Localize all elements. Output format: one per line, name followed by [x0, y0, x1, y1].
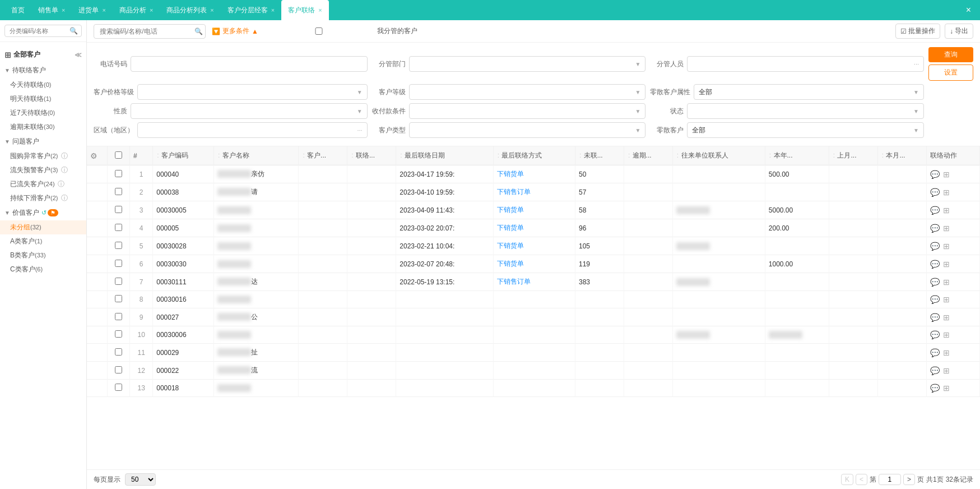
chat-icon[interactable]: 💬 — [930, 224, 940, 233]
row-checkbox[interactable] — [115, 242, 122, 249]
row-checkbox[interactable] — [115, 188, 122, 195]
settings-col-header[interactable]: ⚙ — [87, 146, 107, 165]
grid-action-icon[interactable]: ⊞ — [943, 188, 950, 197]
sidebar-item-churned[interactable]: 已流失客户(24) ⓘ — [0, 177, 86, 191]
select-all-checkbox[interactable] — [115, 151, 122, 159]
grid-action-icon[interactable]: ⊞ — [943, 260, 950, 269]
filter-retail-attr-select[interactable]: 全部 ▼ — [694, 84, 924, 100]
sidebar-item-a-class[interactable]: A类客户(1) — [0, 234, 86, 248]
chat-icon[interactable]: 💬 — [930, 366, 940, 375]
last-method-link[interactable]: 下销货单 — [497, 242, 524, 250]
nav-goods-analysis-list[interactable]: 商品分析列表 × — [160, 0, 220, 20]
grid-action-icon[interactable]: ⊞ — [943, 206, 950, 215]
last-method-link[interactable]: 下销货单 — [497, 206, 524, 214]
sidebar-item-overdue[interactable]: 逾期未联络(30) — [0, 120, 86, 134]
overdue-col-header[interactable]: : 逾期... — [624, 146, 672, 165]
row-checkbox-cell[interactable] — [107, 273, 130, 291]
prev-page-btn[interactable]: < — [856, 474, 867, 485]
filter-region-select[interactable]: ··· — [137, 122, 368, 138]
my-customer-checkbox-area[interactable]: 我分管的客户 — [263, 26, 417, 36]
nav-sales-close[interactable]: × — [62, 7, 65, 13]
filter-status-select[interactable]: ▼ — [687, 103, 924, 119]
sidebar-item-7days[interactable]: 近7天待联络(0) — [0, 106, 86, 120]
row-checkbox[interactable] — [115, 278, 122, 285]
row-checkbox[interactable] — [115, 260, 122, 267]
nav-goods-analysis[interactable]: 商品分析 × — [113, 0, 160, 20]
first-page-btn[interactable]: K — [841, 474, 853, 485]
nav-home[interactable]: 首页 — [4, 0, 31, 20]
row-checkbox[interactable] — [115, 330, 122, 338]
sidebar-item-today[interactable]: 今天待联络(0) — [0, 78, 86, 92]
nav-customer-layer[interactable]: 客户分层经客 × — [221, 0, 281, 20]
contacts-col-header[interactable]: : 往来单位联系人 — [672, 146, 765, 165]
sidebar-collapse-btn[interactable]: ≪ — [75, 51, 82, 59]
row-checkbox-cell[interactable] — [107, 326, 130, 344]
chat-icon[interactable]: 💬 — [930, 188, 940, 197]
grid-action-icon[interactable]: ⊞ — [943, 224, 950, 233]
my-customer-checkbox[interactable] — [263, 27, 375, 35]
more-filters-btn[interactable]: 🔽 更多条件 ▲ — [212, 26, 258, 36]
this-year-col-header[interactable]: : 本年... — [765, 146, 829, 165]
sidebar-all-customers[interactable]: ⊞ 全部客户 ≪ — [0, 47, 86, 63]
this-month-col-header[interactable]: : 本月... — [877, 146, 926, 165]
reset-btn[interactable]: 设置 — [928, 64, 973, 81]
grid-action-icon[interactable]: ⊞ — [943, 330, 950, 339]
filter-dept-select[interactable]: ▼ — [409, 56, 646, 72]
grid-action-icon[interactable]: ⊞ — [943, 384, 950, 393]
filter-customer-level-select[interactable]: ▼ — [409, 84, 646, 100]
row-checkbox[interactable] — [115, 206, 122, 213]
chat-icon[interactable]: 💬 — [930, 330, 940, 339]
grid-action-icon[interactable]: ⊞ — [943, 366, 950, 375]
filter-nature-select[interactable]: ▼ — [131, 103, 368, 119]
grid-action-icon[interactable]: ⊞ — [943, 170, 950, 179]
nav-customer-contact[interactable]: 客户联络 × — [281, 0, 328, 20]
chat-icon[interactable]: 💬 — [930, 278, 940, 287]
row-checkbox-cell[interactable] — [107, 237, 130, 255]
contact-col-header[interactable]: : 联络... — [347, 146, 396, 165]
row-checkbox-cell[interactable] — [107, 344, 130, 362]
per-page-select[interactable]: 50 100 200 — [125, 473, 156, 486]
nav-sales[interactable]: 销售单 × — [31, 0, 72, 20]
row-checkbox[interactable] — [115, 170, 122, 177]
sidebar-item-ungroup[interactable]: 未分组(32) — [0, 220, 86, 234]
row-checkbox[interactable] — [115, 313, 122, 320]
filter-person-select[interactable]: ··· — [687, 56, 924, 72]
last-method-link[interactable]: 下销货单 — [497, 170, 524, 178]
row-checkbox[interactable] — [115, 384, 122, 391]
search-input[interactable] — [94, 24, 206, 39]
nav-purchase[interactable]: 进货单 × — [72, 0, 112, 20]
grid-action-icon[interactable]: ⊞ — [943, 278, 950, 287]
nav-purchase-close[interactable]: × — [102, 7, 105, 13]
grid-action-icon[interactable]: ⊞ — [943, 295, 950, 304]
row-checkbox-cell[interactable] — [107, 308, 130, 326]
nav-customer-layer-close[interactable]: × — [271, 7, 275, 13]
nav-goods-analysis-close[interactable]: × — [150, 7, 153, 13]
row-checkbox-cell[interactable] — [107, 201, 130, 219]
grid-action-icon[interactable]: ⊞ — [943, 348, 950, 357]
row-checkbox[interactable] — [115, 348, 122, 356]
chat-icon[interactable]: 💬 — [930, 348, 940, 357]
chat-icon[interactable]: 💬 — [930, 260, 940, 269]
query-btn[interactable]: 查询 — [928, 47, 973, 62]
last-method-link[interactable]: 下销货单 — [497, 224, 524, 232]
last-method-link[interactable]: 下销售订单 — [497, 278, 531, 285]
filter-retail-customer-select[interactable]: 全部 ▼ — [687, 122, 924, 138]
sidebar-section-problem[interactable]: ▼ 问题客户 — [0, 134, 86, 149]
filter-phone-input[interactable] — [131, 56, 368, 72]
row-checkbox[interactable] — [115, 366, 122, 373]
last-method-link[interactable]: 下销售订单 — [497, 188, 531, 196]
sidebar-section-pending[interactable]: ▼ 待联络客户 — [0, 63, 86, 78]
row-checkbox-cell[interactable] — [107, 362, 130, 380]
batch-action-btn[interactable]: ☑ 批量操作 — [895, 24, 940, 39]
row-checkbox-cell[interactable] — [107, 255, 130, 273]
export-btn[interactable]: ↓ 导出 — [945, 24, 973, 39]
row-checkbox[interactable] — [115, 224, 122, 231]
chat-icon[interactable]: 💬 — [930, 384, 940, 393]
nav-goods-analysis-list-close[interactable]: × — [210, 7, 213, 13]
last-month-col-header[interactable]: : 上月... — [829, 146, 877, 165]
no-contact-col-header[interactable]: : 未联... — [575, 146, 624, 165]
next-page-btn[interactable]: > — [903, 474, 915, 485]
row-checkbox-cell[interactable] — [107, 219, 130, 237]
chat-icon[interactable]: 💬 — [930, 206, 940, 215]
code-col-header[interactable]: : 客户编码 — [153, 146, 214, 165]
